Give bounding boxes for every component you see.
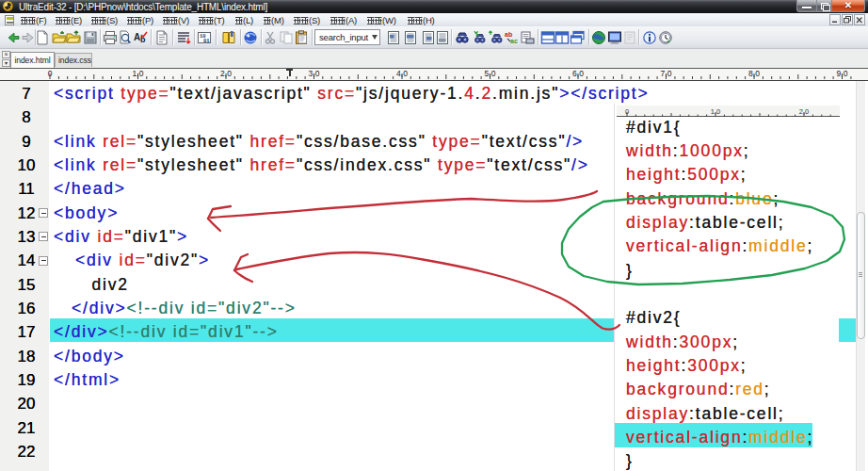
svg-text:2,0: 2,0 [799, 107, 809, 116]
svg-text:1,0: 1,0 [711, 107, 720, 116]
svg-text:7,0: 7,0 [661, 69, 672, 78]
svg-text:2,0: 2,0 [220, 69, 232, 78]
svg-text:6,0: 6,0 [572, 69, 584, 78]
svg-text:01: 01 [203, 38, 210, 44]
svg-text:4,0: 4,0 [396, 69, 408, 78]
svg-text:5,0: 5,0 [485, 69, 496, 78]
svg-text:9,0: 9,0 [837, 69, 848, 78]
svg-text:8,0: 8,0 [748, 69, 760, 78]
svg-text:ac: ac [510, 38, 518, 44]
svg-text:0: 0 [48, 69, 53, 78]
svg-text:3,0: 3,0 [309, 69, 320, 78]
svg-text:1,0: 1,0 [133, 69, 144, 78]
svg-text:ab: ab [505, 31, 512, 38]
